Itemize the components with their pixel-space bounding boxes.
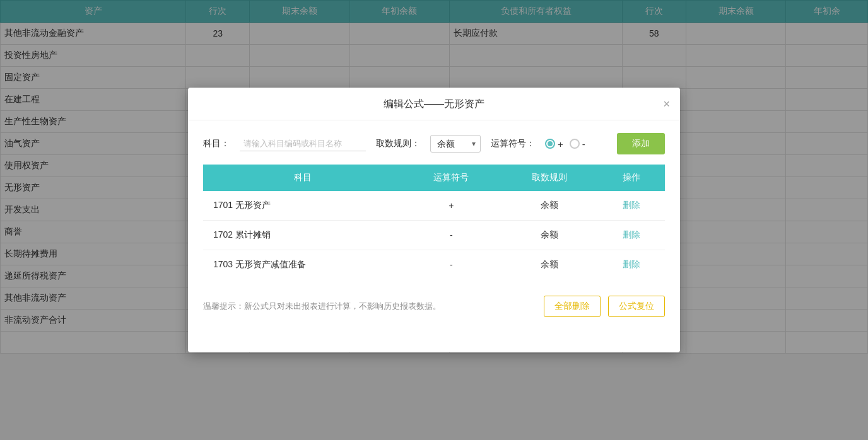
formula-cell-subject: 1702 累计摊销 — [203, 221, 402, 250]
formula-row: 1702 累计摊销 - 余额 删除 — [203, 221, 665, 250]
minus-radio-label: - — [582, 139, 585, 149]
modal-close-button[interactable]: × — [663, 98, 670, 110]
formula-cell-rule: 余额 — [500, 191, 598, 221]
formula-cell-rule: 余额 — [500, 250, 598, 280]
formula-cell-operator: + — [402, 191, 500, 221]
subject-label: 科目： — [203, 138, 230, 149]
operator-label: 运算符号： — [491, 138, 535, 149]
reset-button[interactable]: 公式复位 — [608, 296, 665, 317]
rule-select[interactable]: 余额 借方 贷方 — [430, 135, 481, 153]
formula-cell-rule: 余额 — [500, 221, 598, 250]
modal-footer: 温馨提示：新公式只对未出报表进行计算，不影响历史报表数据。 全部删除 公式复位 — [188, 286, 680, 317]
operator-plus-radio[interactable]: + — [545, 139, 563, 149]
formula-cell-operator: - — [402, 250, 500, 280]
col-header-rule: 取数规则 — [500, 165, 598, 191]
rule-select-wrapper: 余额 借方 贷方 — [430, 135, 481, 153]
formula-table: 科目 运算符号 取数规则 操作 1701 无形资产 + 余额 删除 1702 累… — [203, 165, 665, 279]
modal-dialog: 编辑公式——无形资产 × 科目： 取数规则： 余额 借方 贷方 运算符号： + — [188, 88, 680, 352]
formula-cell-action: 删除 — [598, 221, 665, 250]
minus-radio-circle — [570, 139, 580, 149]
add-button[interactable]: 添加 — [617, 133, 665, 154]
warning-text: 温馨提示：新公式只对未出报表进行计算，不影响历史报表数据。 — [203, 301, 441, 312]
modal-overlay: 编辑公式——无形资产 × 科目： 取数规则： 余额 借方 贷方 运算符号： + — [0, 0, 868, 440]
formula-row: 1703 无形资产减值准备 - 余额 删除 — [203, 250, 665, 280]
plus-radio-label: + — [558, 139, 563, 149]
operator-minus-radio[interactable]: - — [570, 139, 585, 149]
col-header-subject: 科目 — [203, 165, 402, 191]
col-header-action: 操作 — [598, 165, 665, 191]
table-body: 1701 无形资产 + 余额 删除 1702 累计摊销 - 余额 删除 1703… — [203, 191, 665, 279]
delete-all-button[interactable]: 全部删除 — [544, 296, 601, 317]
modal-title: 编辑公式——无形资产 — [384, 98, 484, 109]
col-header-operator: 运算符号 — [402, 165, 500, 191]
formula-row: 1701 无形资产 + 余额 删除 — [203, 191, 665, 221]
rule-label: 取数规则： — [376, 138, 420, 149]
formula-cell-subject: 1703 无形资产减值准备 — [203, 250, 402, 280]
formula-cell-operator: - — [402, 221, 500, 250]
operator-radio-group: + - — [545, 139, 585, 149]
formula-cell-action: 删除 — [598, 191, 665, 221]
formula-cell-subject: 1701 无形资产 — [203, 191, 402, 221]
modal-header: 编辑公式——无形资产 × — [188, 88, 680, 120]
subject-input[interactable] — [240, 136, 366, 151]
footer-buttons: 全部删除 公式复位 — [544, 296, 665, 317]
delete-link[interactable]: 删除 — [623, 200, 640, 210]
plus-radio-circle — [545, 139, 555, 149]
formula-form: 科目： 取数规则： 余额 借方 贷方 运算符号： + - — [188, 120, 680, 165]
delete-link[interactable]: 删除 — [623, 259, 640, 269]
delete-link[interactable]: 删除 — [623, 229, 640, 240]
table-header: 科目 运算符号 取数规则 操作 — [203, 165, 665, 191]
formula-cell-action: 删除 — [598, 250, 665, 280]
